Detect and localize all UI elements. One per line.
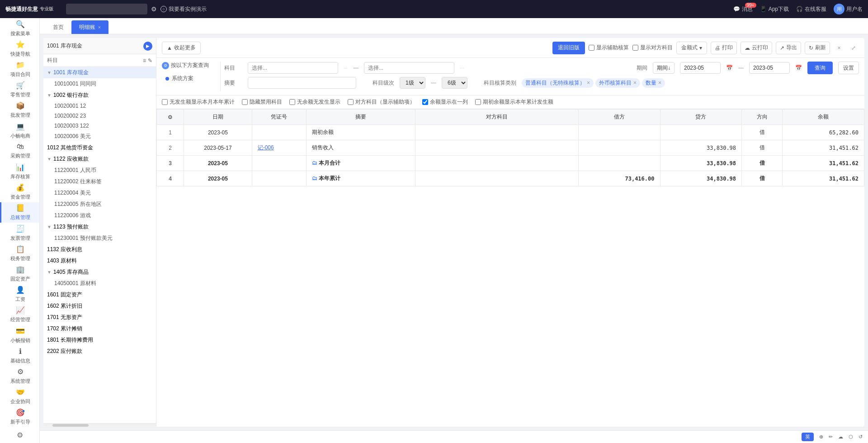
subject-input-end[interactable] <box>364 62 454 74</box>
back-old-version-btn[interactable]: 退回旧版 <box>552 42 585 54</box>
status-cloud-btn[interactable]: ☁ <box>838 434 843 440</box>
message-btn[interactable]: 💬 消息 99+ <box>733 5 753 13</box>
tree-edit-icon[interactable]: ✎ <box>148 57 152 64</box>
status-refresh-btn[interactable]: ↺ <box>859 434 863 440</box>
show-opposite-check[interactable]: 显示对方科目 <box>632 44 673 52</box>
sidebar-item-base-info[interactable]: ℹ 基础信息 <box>0 345 39 366</box>
sidebar-item-system[interactable]: ⚙ 系统管理 <box>0 366 39 386</box>
tree-node-1001[interactable]: ▼ 1001 库存现金 <box>43 67 156 78</box>
tree-horizontal-scroll[interactable] <box>43 423 156 427</box>
expand-panel-btn[interactable]: ⤢ <box>848 43 859 53</box>
tab-home[interactable]: 首页 <box>45 20 71 34</box>
sidebar-item-capital[interactable]: 💰 资金管理 <box>0 182 39 202</box>
period-type-btn[interactable]: 期间↓ <box>653 62 675 74</box>
no-balance-cb[interactable] <box>289 99 295 105</box>
query-btn[interactable]: 查询 <box>807 62 833 74</box>
tree-node-10020001[interactable]: 10020001 12 <box>43 101 156 111</box>
sidebar-item-operations[interactable]: 📈 经营管理 <box>0 305 39 325</box>
tree-node-11220004[interactable]: 11220004 美元 <box>43 187 156 199</box>
tree-node-10020002[interactable]: 10020002 23 <box>43 111 156 121</box>
hide-disabled-cb[interactable] <box>242 99 248 105</box>
level-end-select[interactable]: 1级2级3级4级5级6级 <box>442 77 467 89</box>
tab-close-btn[interactable]: × <box>98 25 101 30</box>
tree-node-11220006[interactable]: 11220006 游戏 <box>43 210 156 221</box>
tree-nav-btn[interactable]: ▶ <box>143 42 152 51</box>
tag-normal-remove[interactable]: × <box>587 80 590 86</box>
sidebar-item-wholesale[interactable]: 📦 批发管理 <box>0 100 39 120</box>
row-voucher-2[interactable]: 记-006 <box>252 140 306 156</box>
print-btn[interactable]: 🖨 打印 <box>711 42 737 54</box>
tree-node-10020003[interactable]: 10020003 122 <box>43 121 156 131</box>
check-hide-disabled[interactable]: 隐藏禁用科目 <box>242 98 282 106</box>
balance-single-cb[interactable] <box>422 99 428 105</box>
tree-node-1702[interactable]: 1702 累计摊销 <box>43 323 156 334</box>
level-start-select[interactable]: 1级2级3级4级5级6级 <box>400 77 425 89</box>
tree-node-10020006[interactable]: 10020006 美元 <box>43 131 156 142</box>
calendar-end-icon[interactable]: 📅 <box>795 65 802 71</box>
status-edit-btn[interactable]: ✏ <box>829 434 833 440</box>
close-panel-btn[interactable]: × <box>834 43 844 53</box>
period-end[interactable] <box>749 62 790 74</box>
cloud-print-btn[interactable]: ☁ 云打印 <box>741 42 772 54</box>
tree-node-1002[interactable]: ▼ 1002 银行存款 <box>43 90 156 101</box>
show-opposite-checkbox[interactable] <box>632 45 638 51</box>
sidebar-item-ecommerce[interactable]: 💻 小畅电商 <box>0 120 39 141</box>
tab-ledger[interactable]: 明细账 × <box>71 20 108 34</box>
check-no-occurrence[interactable]: 无发生额显示本月本年累计 <box>162 98 235 106</box>
export-btn[interactable]: ↗ 导出 <box>776 42 801 54</box>
sidebar-item-guide[interactable]: 🎯 新手引导 <box>0 407 39 427</box>
calendar-start-icon[interactable]: 📅 <box>726 65 733 71</box>
sidebar-item-expense[interactable]: 💳 小畅报销 <box>0 325 39 345</box>
tree-node-1801[interactable]: 1801 长期待摊费用 <box>43 334 156 346</box>
sidebar-item-fixed-assets[interactable]: 🏢 固定资产 <box>0 263 39 284</box>
sidebar-item-search[interactable]: 🔍 搜索菜单 <box>0 18 39 38</box>
tree-list-icon[interactable]: ≡ <box>143 57 146 64</box>
status-lang-btn[interactable]: 英 <box>802 433 814 441</box>
check-balance-single-row[interactable]: 余额显示在一列 <box>422 98 468 106</box>
query-panel-header[interactable]: ⚙ 按以下方案查询 <box>162 62 217 69</box>
opposite-cb[interactable] <box>348 99 354 105</box>
top-search-input[interactable] <box>66 4 147 14</box>
show-auxiliary-checkbox[interactable] <box>589 45 594 51</box>
sidebar-item-hr[interactable]: 👤 工资 <box>0 284 39 305</box>
app-download-btn[interactable]: 📱 App下载 <box>760 5 789 13</box>
sidebar-setting-icon[interactable]: ⚙ <box>17 431 23 439</box>
filter-setting-btn[interactable]: 设置 <box>838 62 859 74</box>
tree-node-14050001[interactable]: 14050001 原材料 <box>43 278 156 289</box>
check-no-balance[interactable]: 无余额无发生显示 <box>289 98 340 106</box>
opening-balance-cb[interactable] <box>475 99 481 105</box>
table-setting-icon[interactable]: ⚙ <box>168 114 173 120</box>
sidebar-item-retail[interactable]: 🛒 零售管理 <box>0 80 39 100</box>
no-occurrence-cb[interactable] <box>162 99 168 105</box>
tree-node-1122[interactable]: ▼ 1122 应收账款 <box>43 153 156 165</box>
tree-node-1403[interactable]: 1403 原材料 <box>43 255 156 267</box>
subject-input-start[interactable] <box>248 62 338 74</box>
tree-node-11220001[interactable]: 11220001 人民币 <box>43 165 156 176</box>
refresh-btn[interactable]: ↻ 刷新 <box>805 42 830 54</box>
tree-node-1701[interactable]: 1701 无形资产 <box>43 312 156 323</box>
sidebar-item-general-ledger[interactable]: 📒 总账管理 <box>0 202 39 223</box>
tree-node-11220005[interactable]: 11220005 所在地区 <box>43 199 156 210</box>
tree-node-1602[interactable]: 1602 累计折旧 <box>43 300 156 312</box>
online-service-btn[interactable]: 🎧 在线客服 <box>796 5 826 13</box>
sidebar-item-quick-nav[interactable]: ⭐ 快捷导航 <box>0 38 39 59</box>
summary-input[interactable] <box>248 77 356 89</box>
sidebar-item-project[interactable]: 📁 项目合同 <box>0 59 39 79</box>
format-btn[interactable]: 金额式 ▾ <box>676 42 707 54</box>
tree-node-1601[interactable]: 1601 固定资产 <box>43 289 156 300</box>
tree-node-1405[interactable]: ▼ 1405 库存商品 <box>43 267 156 278</box>
sidebar-item-inventory[interactable]: 📊 库存核算 <box>0 161 39 181</box>
status-hex-btn[interactable]: ⬡ <box>849 434 853 440</box>
demo-link[interactable]: ○ 我要看实例演示 <box>160 5 207 13</box>
voucher-link[interactable]: 记-006 <box>258 144 274 151</box>
period-start[interactable] <box>680 62 721 74</box>
expand-btn[interactable]: ▲ 收起更多 <box>162 42 201 54</box>
tree-node-1132[interactable]: 1132 应收利息 <box>43 244 156 255</box>
tree-node-1012[interactable]: 1012 其他货币资金 <box>43 142 156 153</box>
sidebar-item-invoice[interactable]: 🧾 发票管理 <box>0 223 39 243</box>
sidebar-item-cooperation[interactable]: 🤝 企业协同 <box>0 386 39 407</box>
tree-node-11230001[interactable]: 11230001 预付账款美元 <box>43 233 156 244</box>
scheme-system[interactable]: 系统方案 <box>162 73 217 84</box>
check-opening-balance[interactable]: 期初余额显示本年累计发生额 <box>475 98 553 106</box>
tag-quantity-remove[interactable]: × <box>658 80 661 86</box>
